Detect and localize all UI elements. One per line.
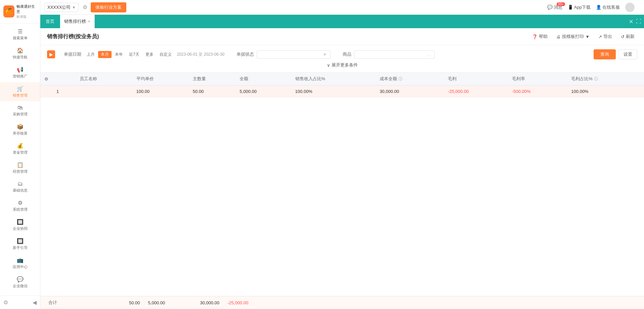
operations-icon: 📋	[17, 162, 24, 168]
status-select[interactable]: ▼	[257, 50, 331, 59]
status-chevron-icon: ▼	[323, 52, 327, 57]
sidebar-item-nav[interactable]: 🏠 快捷导航	[0, 44, 40, 63]
print-icon: 🖨	[556, 34, 561, 39]
logo-sub: 标准版	[16, 14, 37, 19]
sidebar-item-apps[interactable]: 📺 应用中心	[0, 254, 40, 273]
expand-label: 展开更多条件	[332, 62, 358, 68]
sidebar-item-member[interactable]: V 畅会员	[0, 292, 40, 296]
sidebar-item-finance[interactable]: 💰 资金管理	[0, 139, 40, 158]
filter-toggle-btn[interactable]: ▶	[47, 50, 55, 58]
col-gross-pct: 毛利占比% ⓘ	[567, 72, 644, 86]
sidebar-item-marketing[interactable]: 📢 营销推广	[0, 63, 40, 82]
refresh-btn[interactable]: ↺ 刷新	[618, 32, 637, 41]
sidebar-item-label: 企业微信	[13, 284, 28, 289]
settings-button[interactable]: 设置	[618, 49, 637, 59]
goods-input[interactable]: ...	[354, 50, 435, 59]
row-gross: -25,000.00	[444, 86, 508, 98]
col-name: 员工名称	[76, 72, 132, 86]
sidebar: 🍊 畅康通好生意 标准版 ☰ 搜索菜单 🏠 快捷导航 📢 营销推广 🛒 销售管理…	[0, 0, 40, 309]
sidebar-item-label: 营销推广	[13, 74, 28, 79]
sidebar-item-guide[interactable]: 🔲 新手引导	[0, 235, 40, 254]
service-label: 在线客服	[602, 4, 620, 10]
sidebar-item-wechat[interactable]: 💬 企业微信	[0, 273, 40, 292]
industry-button[interactable]: 体验行业方案	[91, 2, 126, 12]
goods-filter-label: 商品	[343, 51, 351, 57]
wechat-icon: 💬	[17, 276, 24, 282]
date-tab-7days[interactable]: 近7天	[126, 51, 142, 58]
help-btn[interactable]: ❓ 帮助	[529, 32, 550, 41]
app-download-btn[interactable]: 📱 App下载	[568, 4, 591, 10]
date-tab-custom[interactable]: 自定义	[157, 51, 174, 58]
date-tab-more[interactable]: 更多	[143, 51, 156, 58]
company-selector[interactable]: XXXXX公司 ▼	[44, 3, 79, 12]
export-btn[interactable]: ↗ 导出	[596, 32, 615, 41]
expand-more-btn[interactable]: ∨ 展开更多条件	[47, 62, 637, 68]
phone-icon: 📱	[568, 5, 573, 10]
tabbar: 首页 销售排行榜 × ✕ ⛶	[40, 15, 644, 28]
tab-home[interactable]: 首页	[40, 15, 60, 28]
system-icon: ⚙	[18, 200, 23, 206]
tabbar-right: ✕ ⛶	[629, 18, 644, 25]
right-action-btns: 查询 设置	[594, 49, 637, 59]
settings-bottom-icon[interactable]: ⚙	[3, 299, 8, 306]
data-table: ⚙ 员工名称 平均单价 主数量 全额 销售收入占比% 成本全额 ⓘ 毛利 毛利率	[40, 72, 644, 98]
enterprise-icon: 🔲	[17, 219, 24, 225]
sidebar-item-label: 资金管理	[13, 150, 28, 155]
apps-icon: 📺	[17, 257, 24, 263]
chevron-down-icon: ▼	[72, 5, 76, 9]
col-gross-rate: 毛利率	[508, 72, 567, 86]
sidebar-item-label: 销售管理	[13, 93, 28, 98]
col-sales-pct: 销售收入占比%	[291, 72, 376, 86]
avatar[interactable]	[625, 3, 635, 12]
date-tab-this-year[interactable]: 本年	[112, 51, 126, 58]
logo-icon: 🍊	[3, 5, 14, 17]
date-tab-last-month[interactable]: 上月	[84, 51, 97, 58]
help-label: 帮助	[539, 34, 548, 40]
sidebar-item-system[interactable]: ⚙ 系统管理	[0, 196, 40, 215]
print-btn[interactable]: 🖨 按模板打印 ▼	[554, 32, 592, 41]
member-icon: V	[18, 295, 22, 296]
status-filter-label: 单据状态	[237, 51, 254, 57]
date-tab-this-month[interactable]: 本月	[98, 51, 112, 58]
footer-label: 合计	[44, 300, 71, 306]
print-label: 按模板打印	[562, 34, 584, 40]
date-filter: 单据日期 上月 本月 本年 近7天 更多 自定义 2023-06-01 至 20…	[64, 51, 224, 58]
sidebar-item-label: 企业协同	[13, 226, 28, 231]
sidebar-item-operations[interactable]: 📋 经营管理	[0, 158, 40, 177]
sidebar-item-sales[interactable]: 🛒 销售管理	[0, 82, 40, 101]
sidebar-item-purchase[interactable]: 🛍 采购管理	[0, 101, 40, 120]
date-range-text: 2023-06-01 至 2023-06-30	[177, 52, 224, 57]
cost-info-icon[interactable]: ⓘ	[398, 76, 402, 81]
tab-sales-ranking[interactable]: 销售排行榜 ×	[60, 15, 95, 28]
online-service-btn[interactable]: 👤 在线客服	[596, 4, 620, 10]
footer-cost-amount: 30,000.00	[196, 300, 223, 305]
table-footer: 合计 50.00 5,000.00 30,000.00 -25,000.00	[40, 296, 644, 309]
sidebar-item-label: 系统管理	[13, 207, 28, 212]
refresh-icon: ↺	[621, 34, 625, 39]
status-filter: 单据状态 ▼	[237, 50, 331, 59]
footer-main-qty: 50.00	[125, 300, 144, 305]
col-main-qty: 主数量	[189, 72, 236, 86]
tab-close-icon[interactable]: ×	[88, 19, 90, 24]
message-btn[interactable]: 💬 消息 99+	[547, 4, 562, 10]
logo-text: 畅康通好生意	[16, 4, 37, 14]
sidebar-item-basic[interactable]: 🗂 基础信息	[0, 177, 40, 196]
sidebar-item-search[interactable]: ☰ 搜索菜单	[0, 25, 40, 44]
query-button[interactable]: 查询	[594, 49, 616, 59]
col-amount: 全额	[235, 72, 291, 86]
help-icon: ❓	[532, 34, 538, 39]
company-name: XXXXX公司	[47, 4, 71, 10]
row-gross-rate: -500.00%	[508, 86, 567, 98]
date-filter-label: 单据日期	[64, 51, 81, 57]
col-settings[interactable]: ⚙	[40, 72, 52, 86]
sidebar-item-label: 经营管理	[13, 169, 28, 174]
filter-row-1: ▶ 单据日期 上月 本月 本年 近7天 更多 自定义 2023-06-01 至 …	[47, 49, 637, 59]
settings-icon[interactable]: ⚙	[83, 4, 87, 10]
gross-pct-info-icon[interactable]: ⓘ	[594, 76, 598, 81]
maximize-icon[interactable]: ⛶	[636, 18, 641, 24]
close-window-icon[interactable]: ✕	[629, 18, 633, 25]
export-label: 导出	[603, 34, 612, 40]
sidebar-item-inventory[interactable]: 📦 库存核算	[0, 120, 40, 139]
collapse-icon[interactable]: ◀	[33, 299, 37, 306]
sidebar-item-enterprise[interactable]: 🔲 企业协同	[0, 215, 40, 235]
